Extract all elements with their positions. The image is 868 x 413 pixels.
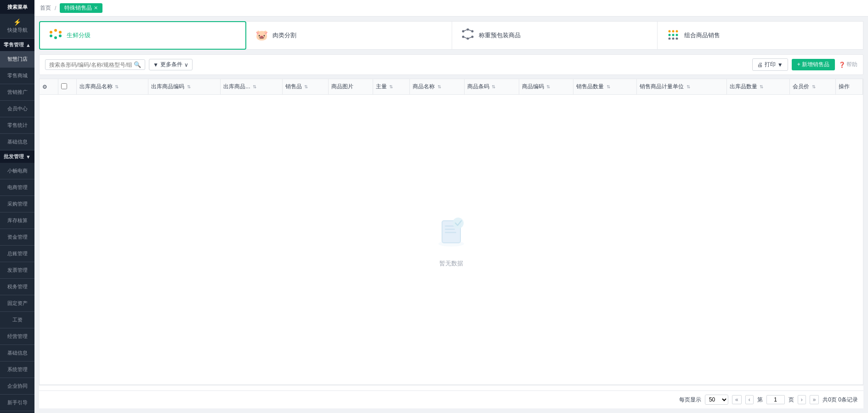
sidebar-item-ledger-mgmt[interactable]: 总账管理 xyxy=(0,246,34,262)
breadcrumb-close-icon[interactable]: ✕ xyxy=(94,5,98,11)
sort-icon: ⇅ xyxy=(187,84,191,89)
tab-weight-pkg[interactable]: 称重预包装商品 xyxy=(452,21,658,50)
svg-point-24 xyxy=(676,38,678,40)
sidebar-item-payroll[interactable]: 工资 xyxy=(0,312,34,328)
sidebar-item-operation-mgmt[interactable]: 经营管理 xyxy=(0,328,34,345)
sidebar-item-invoice-mgmt[interactable]: 发票管理 xyxy=(0,262,34,279)
tab-fresh-grade[interactable]: 生鲜分级 xyxy=(39,21,246,50)
sidebar-label: 工资 xyxy=(2,316,33,323)
sidebar-item-retail-stats[interactable]: 零售统计 xyxy=(0,117,34,134)
page-unit: 页 xyxy=(789,396,794,404)
help-button[interactable]: ❓ 帮助 xyxy=(839,61,857,69)
th-barcode[interactable]: 商品条码 ⇅ xyxy=(465,79,519,95)
sidebar-item-finance-mgmt[interactable]: 资金管理 xyxy=(0,229,34,246)
th-sale-qty[interactable]: 销售品数量 ⇅ xyxy=(573,79,637,95)
tab-meat-cut[interactable]: 🐷 肉类分割 xyxy=(246,21,452,50)
new-sale-button[interactable]: + 新增销售品 xyxy=(792,59,835,70)
col-main-weight-label: 主量 xyxy=(376,83,387,90)
sidebar-item-enterprise-coop[interactable]: 企业协同 xyxy=(0,378,34,395)
th-out-name[interactable]: 出库商品名称 ⇅ xyxy=(76,79,148,95)
sidebar-label: 电商管理 xyxy=(2,184,33,191)
sidebar-item-fixed-assets[interactable]: 固定资产 xyxy=(0,295,34,312)
svg-point-18 xyxy=(676,30,678,33)
th-out-spec[interactable]: 出库商品... ⇅ xyxy=(221,79,283,95)
table-container: ⚙ 出库商品名称 ⇅ 出库商品编码 ⇅ xyxy=(39,79,863,385)
sidebar-label: 总账管理 xyxy=(2,250,33,257)
sidebar-item-basic-info2[interactable]: 基础信息 xyxy=(0,345,34,361)
th-settings[interactable]: ⚙ xyxy=(40,79,58,95)
sidebar-section-wholesale[interactable]: 批发管理 ▼ xyxy=(0,150,34,163)
sidebar-item-inventory[interactable]: 库存核算 xyxy=(0,212,34,229)
sidebar-item-quick-nav[interactable]: ⚡ 快捷导航 xyxy=(0,14,34,39)
sidebar: 搜索菜单 ⚡ 快捷导航 零售管理 ▲ 智慧门店 零售商城 营销推广 会员中心 零… xyxy=(0,0,34,413)
search-icon[interactable]: 🔍 xyxy=(134,61,141,68)
sidebar-item-retail-mall[interactable]: 零售商城 xyxy=(0,68,34,84)
th-goods-code[interactable]: 商品编码 ⇅ xyxy=(519,79,573,95)
breadcrumb-home[interactable]: 首页 xyxy=(40,4,51,12)
print-button[interactable]: 🖨 打印 ▼ xyxy=(752,58,788,71)
sidebar-item-member-center[interactable]: 会员中心 xyxy=(0,101,34,117)
page-number-input[interactable] xyxy=(766,395,785,404)
empty-state: 暂无数据 xyxy=(40,95,863,384)
next-page-button[interactable]: › xyxy=(798,395,806,404)
last-page-button[interactable]: » xyxy=(810,395,819,404)
svg-point-5 xyxy=(59,34,62,37)
col-sale-qty-label: 销售品数量 xyxy=(576,83,604,90)
breadcrumb-current[interactable]: 特殊销售品 ✕ xyxy=(60,3,102,13)
sidebar-label: 资金管理 xyxy=(2,234,33,241)
th-sale-item[interactable]: 销售品 ⇅ xyxy=(283,79,329,95)
sidebar-label: 小畅电商 xyxy=(2,167,33,174)
filter-chevron-icon: ∨ xyxy=(184,62,188,68)
select-all-checkbox[interactable] xyxy=(61,83,67,89)
empty-state-icon xyxy=(433,212,470,256)
sidebar-label: 经营管理 xyxy=(2,333,33,340)
col-action-label: 操作 xyxy=(839,83,850,90)
settings-icon: ⚙ xyxy=(42,84,47,90)
sidebar-item-smart-store[interactable]: 智慧门店 xyxy=(0,51,34,68)
meat-cut-icon: 🐷 xyxy=(255,29,268,41)
sidebar-item-tax-mgmt[interactable]: 税务管理 xyxy=(0,279,34,295)
th-member-price[interactable]: 会员价 ⇅ xyxy=(790,79,836,95)
svg-point-21 xyxy=(676,34,678,36)
sort-icon: ⇅ xyxy=(437,84,441,89)
filter-button[interactable]: ▼ 更多条件 ∨ xyxy=(149,59,193,70)
new-label: + 新增销售品 xyxy=(797,61,829,69)
sidebar-item-ecommerce-mgmt[interactable]: 电商管理 xyxy=(0,179,34,196)
per-page-select[interactable]: 10 20 50 100 xyxy=(705,395,728,405)
col-goods-name-label: 商品名称 xyxy=(413,83,435,90)
retail-section-label: 零售管理 xyxy=(4,41,24,48)
sidebar-item-newbie-guide[interactable]: 新手引导 xyxy=(0,395,34,411)
sidebar-section-retail[interactable]: 零售管理 ▲ xyxy=(0,39,34,51)
search-box[interactable]: 🔍 xyxy=(45,59,145,70)
th-goods-name[interactable]: 商品名称 ⇅ xyxy=(410,79,465,95)
sidebar-item-purchase-mgmt[interactable]: 采购管理 xyxy=(0,196,34,212)
th-main-weight[interactable]: 主量 ⇅ xyxy=(373,79,410,95)
th-sale-unit[interactable]: 销售商品计量单位 ⇅ xyxy=(637,79,726,95)
h-scrollbar-area[interactable] xyxy=(39,385,863,390)
tab-cards: 生鲜分级 🐷 肉类分割 xyxy=(39,21,863,50)
th-out-qty[interactable]: 出库品数量 ⇅ xyxy=(726,79,790,95)
svg-point-1 xyxy=(54,29,57,32)
svg-rect-29 xyxy=(445,229,455,230)
th-out-code[interactable]: 出库商品编码 ⇅ xyxy=(148,79,221,95)
sidebar-item-mini-ecommerce[interactable]: 小畅电商 xyxy=(0,163,34,179)
search-input[interactable] xyxy=(49,62,132,68)
prev-page-button[interactable]: ‹ xyxy=(745,395,754,404)
toolbar: 🔍 ▼ 更多条件 ∨ 🖨 打印 ▼ + 新增销售品 ❓ xyxy=(39,54,863,75)
sort-icon: ⇅ xyxy=(607,84,610,89)
data-table: ⚙ 出库商品名称 ⇅ 出库商品编码 ⇅ xyxy=(40,79,863,95)
first-page-button[interactable]: « xyxy=(732,395,742,404)
sidebar-gear-icon[interactable]: ⚙ xyxy=(0,411,34,413)
sidebar-label: 营销推广 xyxy=(2,89,33,96)
sort-icon: ⇅ xyxy=(389,84,393,89)
sidebar-item-label: 快捷导航 xyxy=(2,27,33,34)
toolbar-left: 🔍 ▼ 更多条件 ∨ xyxy=(45,59,193,70)
tab-combo-sale[interactable]: 组合商品销售 xyxy=(658,21,863,50)
th-checkbox[interactable] xyxy=(58,79,76,95)
sidebar-item-basic-info[interactable]: 基础信息 xyxy=(0,134,34,150)
th-img[interactable]: 商品图片 xyxy=(328,79,373,95)
svg-point-23 xyxy=(672,38,675,40)
sidebar-item-marketing[interactable]: 营销推广 xyxy=(0,84,34,101)
print-icon: 🖨 xyxy=(757,62,763,68)
sidebar-item-system-mgmt[interactable]: 系统管理 xyxy=(0,361,34,378)
